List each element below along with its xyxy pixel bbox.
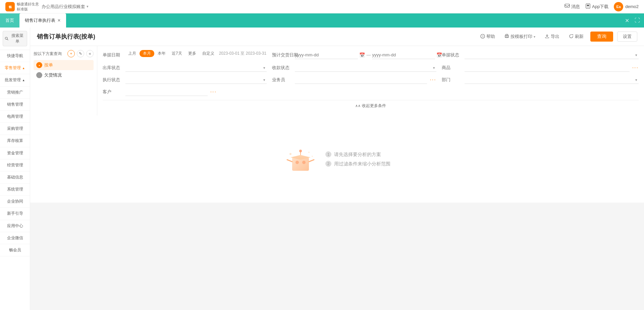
logo-icon: 畅 bbox=[5, 2, 15, 11]
user-area[interactable]: Ea demo2 bbox=[614, 2, 639, 11]
sidebar-item-enterprise-wechat[interactable]: 企业微信 bbox=[0, 232, 30, 244]
page-title: 销售订单执行表(按单) bbox=[37, 33, 95, 41]
delivery-status-select[interactable] bbox=[125, 64, 267, 72]
svg-text:●: ● bbox=[39, 64, 40, 66]
svg-rect-12 bbox=[506, 37, 508, 38]
export-icon bbox=[545, 34, 549, 40]
period-selector: 上月 本月 本年 近7天 更多 自定义 2023-03-01 至 bbox=[125, 50, 267, 57]
sidebar-item-marketing[interactable]: 营销推广 bbox=[0, 87, 30, 99]
retail-arrow-icon: ▲ bbox=[22, 66, 25, 70]
empty-tip-1: 1 请先选择要分析的方案 bbox=[325, 150, 390, 159]
template-print-button[interactable]: 按模板打印 ▾ bbox=[502, 32, 538, 41]
filter-expected-delivery: 预计交货日期 📅 — 📅 bbox=[272, 51, 436, 59]
tab-minimize-icon[interactable]: ✕ bbox=[624, 16, 631, 25]
collapse-panel-button[interactable]: « bbox=[86, 50, 94, 57]
sidebar-item-retail-mgmt[interactable]: 零售管理 ▲ bbox=[0, 62, 30, 74]
search-menu-button[interactable]: 搜索菜单 bbox=[3, 31, 27, 46]
export-button[interactable]: 导出 bbox=[542, 32, 562, 41]
page-header: 销售订单执行表(按单) ? 帮助 bbox=[30, 28, 644, 46]
goods-input[interactable] bbox=[465, 64, 630, 72]
svg-point-15 bbox=[38, 73, 41, 77]
edit-plan-button[interactable]: ✎ bbox=[77, 50, 84, 57]
order-status-select[interactable] bbox=[465, 51, 639, 59]
period-this-month[interactable]: 本月 bbox=[140, 50, 154, 57]
svg-rect-11 bbox=[506, 34, 508, 36]
template-print-arrow-icon[interactable]: ▾ bbox=[534, 35, 535, 39]
filter-row-4: 客户 ··· bbox=[103, 88, 639, 96]
goods-more-icon[interactable]: ··· bbox=[632, 65, 639, 71]
header-left: 畅 畅捷通好生意 标准版 办公用品行业模拟账套 ▾ bbox=[5, 2, 89, 11]
sidebar-item-enterprise-collab[interactable]: 企业协同 bbox=[0, 196, 30, 208]
payment-status-select[interactable] bbox=[295, 64, 436, 72]
delivery-status-select-wrap bbox=[125, 64, 267, 72]
filter-row-3: 执行状态 业务员 ··· bbox=[103, 76, 639, 84]
period-this-year[interactable]: 本年 bbox=[155, 50, 168, 57]
tab-maximize-icon[interactable]: ⛶ bbox=[633, 16, 641, 25]
help-button[interactable]: ? 帮助 bbox=[478, 32, 498, 41]
payment-status-select-wrap bbox=[295, 64, 436, 72]
message-action[interactable]: 消息 bbox=[565, 3, 580, 10]
sidebar-item-ecommerce[interactable]: 电商管理 bbox=[0, 111, 30, 123]
period-more[interactable]: 更多 bbox=[185, 50, 199, 57]
tab-bar: 首页 销售订单执行表 ✕ ✕ ⛶ bbox=[0, 13, 644, 28]
tab-bar-right: ✕ ⛶ bbox=[624, 16, 644, 25]
sidebar-item-finance[interactable]: 资金管理 bbox=[0, 147, 30, 159]
search-button[interactable]: 查询 bbox=[590, 32, 613, 42]
filter-order-status: 单据状态 bbox=[442, 51, 639, 59]
filter-execution-status: 执行状态 bbox=[103, 76, 267, 84]
sidebar-item-member[interactable]: 畅会员 bbox=[0, 244, 30, 256]
refresh-button[interactable]: 刷新 bbox=[566, 32, 586, 41]
app-download-action[interactable]: App下载 bbox=[585, 3, 608, 10]
filter-payment-status: 收款状态 bbox=[272, 64, 436, 72]
empty-illustration bbox=[284, 142, 317, 176]
plan-item-按单[interactable]: ● 按单 bbox=[34, 60, 94, 70]
salesperson-more-icon[interactable]: ··· bbox=[430, 77, 436, 83]
breadcrumb[interactable]: 办公用品行业模拟账套 ▾ bbox=[42, 4, 89, 10]
expected-delivery-end-input[interactable] bbox=[372, 51, 435, 59]
sidebar-item-inventory[interactable]: 库存核算 bbox=[0, 135, 30, 147]
sidebar-item-operations[interactable]: 经营管理 bbox=[0, 159, 30, 171]
salesperson-input[interactable] bbox=[295, 76, 427, 84]
plan-icon-欠货情况 bbox=[36, 72, 42, 78]
svg-point-5 bbox=[588, 7, 588, 7]
filter-row-2: 出库状态 收款状态 bbox=[103, 64, 639, 72]
expected-delivery-start-input[interactable] bbox=[295, 51, 358, 59]
settings-button[interactable]: 设置 bbox=[617, 32, 637, 42]
customer-input[interactable] bbox=[125, 88, 208, 96]
sidebar-item-new-guide[interactable]: 新手引导 bbox=[0, 208, 30, 220]
filter-customer: 客户 ··· bbox=[103, 88, 217, 96]
filter-section: 按以下方案查询 + ✎ « bbox=[30, 46, 644, 115]
page-header-actions: ? 帮助 按模板打印 bbox=[478, 32, 637, 42]
sidebar-item-quick-nav[interactable]: 快捷导航 bbox=[0, 50, 30, 62]
logo-area: 畅 畅捷通好生意 标准版 bbox=[5, 2, 39, 11]
add-plan-button[interactable]: + bbox=[67, 50, 75, 57]
sidebar-item-wholesale-mgmt[interactable]: 批发管理 ▲ bbox=[0, 74, 30, 86]
page-container: 销售订单执行表(按单) ? 帮助 bbox=[30, 28, 644, 310]
tab-sales-order-exec[interactable]: 销售订单执行表 ✕ bbox=[19, 13, 66, 28]
sidebar-item-purchase[interactable]: 采购管理 bbox=[0, 123, 30, 135]
filter-date: 单据日期 上月 本月 本年 近7天 更多 自定义 bbox=[103, 50, 267, 60]
sidebar-item-basic-info[interactable]: 基础信息 bbox=[0, 171, 30, 184]
date-start-calendar-icon[interactable]: 📅 bbox=[359, 52, 365, 58]
svg-point-20 bbox=[299, 150, 302, 152]
period-last-month[interactable]: 上月 bbox=[125, 50, 139, 57]
period-custom[interactable]: 自定义 bbox=[200, 50, 217, 57]
period-7days[interactable]: 近7天 bbox=[169, 50, 185, 57]
sidebar-item-system-mgmt[interactable]: 系统管理 bbox=[0, 184, 30, 196]
customer-more-icon[interactable]: ··· bbox=[210, 89, 217, 95]
sidebar-search-area: 搜索菜单 bbox=[0, 28, 30, 50]
execution-status-select[interactable] bbox=[125, 76, 267, 84]
sidebar-item-sales-mgmt[interactable]: 销售管理 bbox=[0, 99, 30, 111]
collapse-bar[interactable]: ∧∧ 收起更多条件 bbox=[103, 100, 639, 111]
content-area: 销售订单执行表(按单) ? 帮助 bbox=[30, 28, 644, 310]
tab-close-icon[interactable]: ✕ bbox=[57, 18, 61, 23]
plan-item-欠货情况[interactable]: 欠货情况 bbox=[34, 70, 94, 80]
filter-left-panel: 按以下方案查询 + ✎ « bbox=[30, 46, 97, 115]
sidebar-item-app-center[interactable]: 应用中心 bbox=[0, 220, 30, 232]
filter-left-title: 按以下方案查询 + ✎ « bbox=[34, 50, 94, 57]
add-icon: + bbox=[70, 51, 72, 56]
svg-point-6 bbox=[5, 37, 7, 40]
message-icon bbox=[565, 3, 570, 10]
department-select[interactable] bbox=[465, 76, 639, 84]
tab-home[interactable]: 首页 bbox=[0, 13, 19, 28]
